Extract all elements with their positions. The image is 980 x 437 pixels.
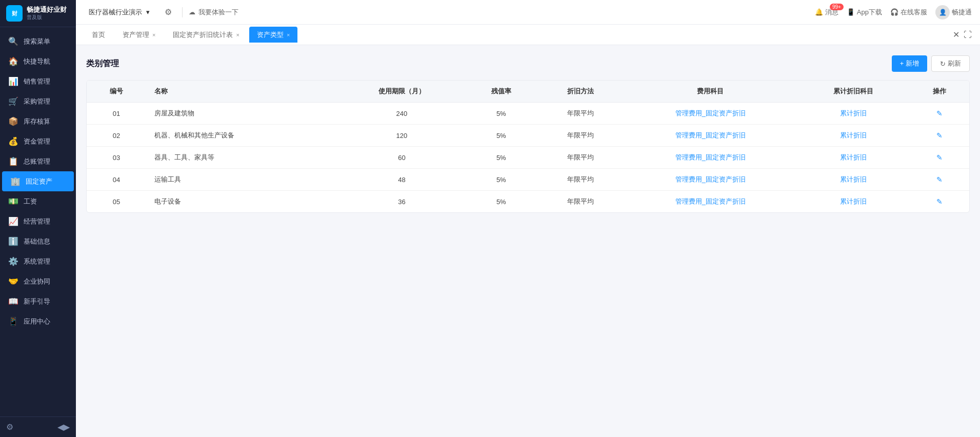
cell-operation: ✎ xyxy=(910,147,969,169)
cell-residual_rate: 5% xyxy=(465,147,537,169)
table-row: 03器具、工具、家具等605%年限平均管理费用_固定资产折旧累计折旧✎ xyxy=(87,147,969,169)
cell-accumulated_account[interactable]: 累计折旧 xyxy=(797,147,910,169)
edit-button[interactable]: ✎ xyxy=(936,197,943,206)
sidebar-item-enterprise[interactable]: 🤝 企业协同 xyxy=(0,271,76,291)
expand-window-button[interactable]: ⛶ xyxy=(964,30,972,39)
cell-operation: ✎ xyxy=(910,191,969,213)
sidebar-item-sales[interactable]: 📊 销售管理 xyxy=(0,71,76,91)
cell-expense_account[interactable]: 管理费用_固定资产折旧 xyxy=(624,147,797,169)
sidebar-item-guide[interactable]: 📖 新手引导 xyxy=(0,291,76,311)
sidebar-item-salary[interactable]: 💵 工资 xyxy=(0,191,76,211)
tab-asset-type[interactable]: 资产类型× xyxy=(249,27,297,43)
cell-name: 运输工具 xyxy=(146,169,339,191)
salary-icon: 💵 xyxy=(8,196,18,206)
purchase-icon: 🛒 xyxy=(8,96,18,106)
sidebar-item-basic-info[interactable]: ℹ️ 基础信息 xyxy=(0,231,76,251)
sidebar-item-label: 基础信息 xyxy=(24,237,50,246)
notifications-button[interactable]: 🔔 消息 99+ xyxy=(815,8,838,17)
sidebar-item-label: 经营管理 xyxy=(24,217,50,226)
tab-asset-mgmt[interactable]: 资产管理× xyxy=(115,27,163,43)
cell-expense_account[interactable]: 管理费用_固定资产折旧 xyxy=(624,169,797,191)
col-header-residual_rate: 残值率 xyxy=(465,81,537,103)
experience-button[interactable]: ☁ 我要体验一下 xyxy=(189,8,238,17)
collapse-icon[interactable]: ◀▶ xyxy=(57,422,70,432)
table-row: 01房屋及建筑物2405%年限平均管理费用_固定资产折旧累计折旧✎ xyxy=(87,103,969,125)
tab-close-button[interactable]: × xyxy=(152,32,155,38)
sales-icon: 📊 xyxy=(8,76,18,86)
sidebar-item-inventory[interactable]: 📦 库存核算 xyxy=(0,111,76,131)
cell-depreciation_method: 年限平均 xyxy=(537,147,624,169)
guide-icon: 📖 xyxy=(8,296,18,306)
sidebar-item-purchase[interactable]: 🛒 采购管理 xyxy=(0,91,76,111)
sidebar-item-quick-nav[interactable]: 🏠 快捷导航 xyxy=(0,51,76,71)
sidebar-item-label: 应用中心 xyxy=(24,317,50,326)
edit-button[interactable]: ✎ xyxy=(936,175,943,184)
table-header-row: 编号名称使用期限（月）残值率折旧方法费用科目累计折旧科目操作 xyxy=(87,81,969,103)
refresh-icon: ↻ xyxy=(940,60,946,68)
sidebar-item-system[interactable]: ⚙️ 系统管理 xyxy=(0,251,76,271)
sidebar-item-label: 资金管理 xyxy=(24,137,50,146)
refresh-label: 刷新 xyxy=(948,59,961,68)
col-header-useful_life: 使用期限（月） xyxy=(339,81,465,103)
tab-label: 固定资产折旧统计表 xyxy=(173,30,233,39)
main-area: 医疗器械行业演示 ▾ ⚙ ☁ 我要体验一下 🔔 消息 99+ 📱 App下载 🎧… xyxy=(76,0,980,437)
cell-expense_account[interactable]: 管理费用_固定资产折旧 xyxy=(624,191,797,213)
edit-button[interactable]: ✎ xyxy=(936,131,943,140)
content-area: 类别管理 + 新增 ↻ 刷新 编号名称使用期限（月）残值率折旧方法费用科目累计折… xyxy=(76,45,980,437)
sidebar-item-fixed-assets[interactable]: 🏢 固定资产 xyxy=(2,171,74,191)
topbar: 医疗器械行业演示 ▾ ⚙ ☁ 我要体验一下 🔔 消息 99+ 📱 App下载 🎧… xyxy=(76,0,980,25)
cell-expense_account[interactable]: 管理费用_固定资产折旧 xyxy=(624,103,797,125)
sidebar-item-operation[interactable]: 📈 经营管理 xyxy=(0,211,76,231)
cell-useful_life: 120 xyxy=(339,125,465,147)
cell-name: 器具、工具、家具等 xyxy=(146,147,339,169)
user-menu[interactable]: 👤 畅捷通 xyxy=(935,5,972,19)
sidebar-item-label: 新手引导 xyxy=(24,297,50,306)
tab-home[interactable]: 首页 xyxy=(84,27,113,43)
tab-fixed-asset-depreciation[interactable]: 固定资产折旧统计表× xyxy=(165,27,247,43)
cell-useful_life: 48 xyxy=(339,169,465,191)
tab-label: 资产管理 xyxy=(123,30,149,39)
tab-close-button[interactable]: × xyxy=(236,32,239,38)
cell-depreciation_method: 年限平均 xyxy=(537,191,624,213)
sidebar-item-ledger[interactable]: 📋 总账管理 xyxy=(0,151,76,171)
col-header-code: 编号 xyxy=(87,81,146,103)
logo-icon: 财 xyxy=(6,5,23,22)
sidebar-item-search[interactable]: 🔍 搜索菜单 xyxy=(0,31,76,51)
cell-expense_account[interactable]: 管理费用_固定资产折旧 xyxy=(624,125,797,147)
experience-label: 我要体验一下 xyxy=(198,8,238,17)
workspace-settings-button[interactable]: ⚙ xyxy=(161,5,176,20)
col-header-accumulated_account: 累计折旧科目 xyxy=(797,81,910,103)
cell-depreciation_method: 年限平均 xyxy=(537,103,624,125)
customer-service-button[interactable]: 🎧 在线客服 xyxy=(890,8,927,17)
app-download-button[interactable]: 📱 App下载 xyxy=(847,8,882,17)
data-table: 编号名称使用期限（月）残值率折旧方法费用科目累计折旧科目操作 01房屋及建筑物2… xyxy=(86,80,970,213)
col-header-operation: 操作 xyxy=(910,81,969,103)
sidebar-item-label: 企业协同 xyxy=(24,277,50,286)
sidebar-item-label: 固定资产 xyxy=(26,177,52,186)
new-button[interactable]: + 新增 xyxy=(892,55,927,72)
tabs-bar: 首页资产管理×固定资产折旧统计表×资产类型× ✕ ⛶ xyxy=(76,25,980,45)
sidebar: 财 畅捷通好业财 普及版 🔍 搜索菜单 🏠 快捷导航 📊 销售管理 🛒 采购管理… xyxy=(0,0,76,437)
edit-button[interactable]: ✎ xyxy=(936,109,943,117)
cell-accumulated_account[interactable]: 累计折旧 xyxy=(797,169,910,191)
refresh-button[interactable]: ↻ 刷新 xyxy=(931,55,970,72)
cell-residual_rate: 5% xyxy=(465,125,537,147)
cell-accumulated_account[interactable]: 累计折旧 xyxy=(797,191,910,213)
tab-close-button[interactable]: × xyxy=(287,32,290,38)
edit-button[interactable]: ✎ xyxy=(936,153,943,162)
sidebar-item-app-center[interactable]: 📱 应用中心 xyxy=(0,311,76,331)
bell-icon: 🔔 xyxy=(815,8,823,16)
cell-accumulated_account[interactable]: 累计折旧 xyxy=(797,125,910,147)
settings-icon[interactable]: ⚙ xyxy=(6,422,13,432)
sidebar-item-capital[interactable]: 💰 资金管理 xyxy=(0,131,76,151)
cell-accumulated_account[interactable]: 累计折旧 xyxy=(797,103,910,125)
workspace-selector[interactable]: 医疗器械行业演示 ▾ xyxy=(84,5,154,19)
app-name: 畅捷通好业财 xyxy=(27,6,67,14)
topbar-right: 🔔 消息 99+ 📱 App下载 🎧 在线客服 👤 畅捷通 xyxy=(815,5,972,19)
col-header-expense_account: 费用科目 xyxy=(624,81,797,103)
headset-icon: 🎧 xyxy=(890,8,898,16)
workspace-name: 医疗器械行业演示 xyxy=(89,8,142,17)
cell-code: 02 xyxy=(87,125,146,147)
cell-operation: ✎ xyxy=(910,103,969,125)
close-window-button[interactable]: ✕ xyxy=(953,30,959,39)
